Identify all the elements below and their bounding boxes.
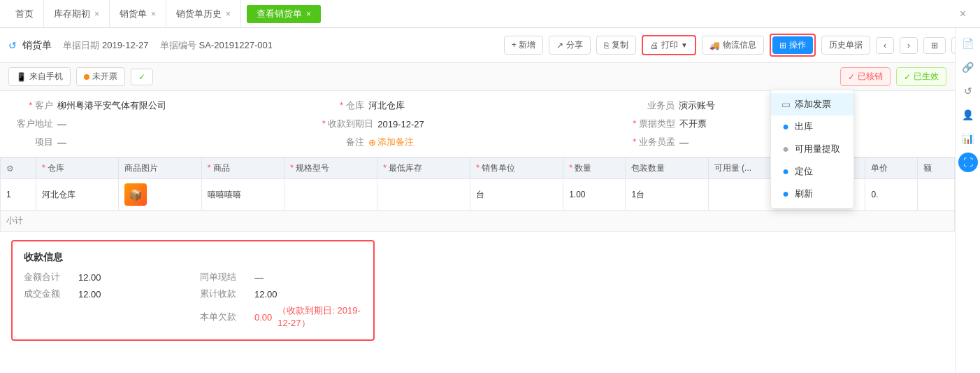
cell-image: 📦 xyxy=(119,179,201,211)
locate-item[interactable]: ● 定位 xyxy=(771,160,853,183)
qty-pickup-item[interactable]: ● 可用量提取 xyxy=(771,138,853,160)
col-min-stock: 最低库存 xyxy=(377,158,470,179)
prev-button[interactable]: ‹ xyxy=(876,37,894,54)
tab-sales-close[interactable]: × xyxy=(151,9,156,19)
total-amount-label: 金额合计 xyxy=(24,271,73,283)
tab-sales-history-close[interactable]: × xyxy=(226,9,231,19)
col-spec: 规格型号 xyxy=(284,158,377,179)
next-icon: › xyxy=(907,41,910,50)
note-row: 备注 ⊕ 添加备注 xyxy=(322,136,633,148)
owed-date: 2019-12-27 xyxy=(278,305,360,328)
qty-pickup-label: 可用量提取 xyxy=(795,143,840,155)
subtotal-row: 小计 xyxy=(1,211,955,232)
next-button[interactable]: › xyxy=(900,37,918,54)
tab-home[interactable]: 首页 xyxy=(6,0,44,27)
logistics-button-label: 物流信息 xyxy=(723,39,756,51)
operation-dropdown: ▭ 添加发票 ● 出库 ● 可用量提取 ● 定位 ● 刷新 xyxy=(770,90,854,209)
new-button[interactable]: + 新增 xyxy=(504,36,543,55)
tab-sales-history-label: 销货单历史 xyxy=(176,8,222,20)
gear-icon[interactable]: ⚙ xyxy=(6,164,14,174)
confirm-icon-button[interactable]: ✓ xyxy=(131,69,153,85)
cell-unit: 台 xyxy=(470,179,563,211)
sidebar-link-icon[interactable]: 🔗 xyxy=(958,57,978,77)
col-product: 商品 xyxy=(201,158,284,179)
refresh-item[interactable]: ● 刷新 xyxy=(771,183,853,205)
operation-button[interactable]: ⊞ 操作 xyxy=(772,36,813,54)
phone-icon: 📱 xyxy=(16,72,27,82)
tab-view-sales[interactable]: 查看销货单 × xyxy=(247,5,321,23)
tab-view-sales-close[interactable]: × xyxy=(306,9,311,19)
staff-label: 业务员 xyxy=(633,99,675,112)
add-invoice-label: 添加发票 xyxy=(795,98,831,111)
owed-row: 本单欠款 0.00 （收款到期日: 2019-12-27） xyxy=(200,304,362,330)
deal-amount-label: 成交金额 xyxy=(24,288,73,300)
project-label: 项目 xyxy=(11,136,53,148)
window-close-button[interactable]: × xyxy=(951,8,974,20)
sidebar-user-icon[interactable]: 👤 xyxy=(958,105,978,125)
sidebar-expand-icon[interactable]: ⛶ xyxy=(958,153,978,172)
col-image: 商品图片 xyxy=(119,158,201,179)
cancelled-label: 已核销 xyxy=(858,71,883,83)
new-button-label: + 新增 xyxy=(512,39,535,51)
logistics-button[interactable]: 🚚 物流信息 xyxy=(702,36,764,55)
tab-inventory[interactable]: 库存期初 × xyxy=(44,0,110,27)
payment-date-row: 收款到期日 2019-12-27 xyxy=(322,118,633,130)
sidebar-table-icon[interactable]: 📊 xyxy=(958,129,978,148)
doc-title-area: ↺ 销货单 xyxy=(8,39,52,52)
refresh-icon: ● xyxy=(781,189,791,199)
address-value: — xyxy=(57,119,66,129)
doc-date-value: 2019-12-27 xyxy=(102,40,149,50)
invoice-status-button[interactable]: 未开票 xyxy=(76,67,125,86)
cell-product: 嘻嘻嘻嘻 xyxy=(201,179,284,211)
doc-meta: 单据日期 2019-12-27 单据编号 SA-20191227-001 xyxy=(63,39,273,52)
customer-value: 柳州粤港平安气体有限公司 xyxy=(57,99,166,112)
col-unit-price: 单价 xyxy=(865,158,918,179)
sidebar-refresh-icon[interactable]: ↺ xyxy=(958,81,978,101)
copy-icon: ⎘ xyxy=(604,41,609,50)
invoice-status-label: 未开票 xyxy=(92,71,117,83)
add-invoice-item[interactable]: ▭ 添加发票 xyxy=(771,93,853,115)
settled-value: — xyxy=(254,272,264,283)
warehouse-row: 仓库 河北仓库 xyxy=(322,99,633,112)
history-button[interactable]: 历史单据 xyxy=(821,36,870,55)
col-gear: ⚙ xyxy=(1,158,36,179)
payment-date-label: 收款到期日 xyxy=(322,118,374,130)
grid-view-button[interactable]: ⊞ xyxy=(923,37,946,54)
cell-unit-price: 0. xyxy=(865,179,918,211)
doc-header: ↺ 销货单 单据日期 2019-12-27 单据编号 SA-20191227-0… xyxy=(0,28,980,63)
owed-label: 本单欠款 xyxy=(200,311,249,323)
cumulative-label: 累计收款 xyxy=(200,288,249,300)
outbound-label: 出库 xyxy=(795,120,813,133)
cell-warehouse: 河北仓库 xyxy=(36,179,119,211)
print-button[interactable]: 🖨 打印 ▼ xyxy=(642,35,696,55)
outbound-item[interactable]: ● 出库 xyxy=(771,115,853,138)
add-note-button[interactable]: ⊕ 添加备注 xyxy=(368,136,414,148)
doc-date-item: 单据日期 2019-12-27 xyxy=(63,39,149,52)
share-button[interactable]: ↗ 分享 xyxy=(549,36,591,55)
cancelled-badge: ✓ 已核销 xyxy=(840,67,891,86)
add-note-icon: ⊕ xyxy=(368,137,376,148)
customer-row: 客户 柳州粤港平安气体有限公司 xyxy=(11,99,322,112)
tab-inventory-close[interactable]: × xyxy=(94,9,99,19)
tab-bar: 首页 库存期初 × 销货单 × 销货单历史 × 查看销货单 × × xyxy=(0,0,980,28)
outbound-icon: ● xyxy=(781,122,791,132)
copy-button[interactable]: ⎘ 复制 xyxy=(596,36,636,55)
invoice-dot-icon xyxy=(84,74,89,80)
tab-sales-history[interactable]: 销货单历史 × xyxy=(166,0,241,27)
customer-label: 客户 xyxy=(11,99,53,112)
payment-left-col: 金额合计 12.00 成交金额 12.00 xyxy=(24,271,186,330)
sidebar-doc-icon[interactable]: 📄 xyxy=(958,34,978,53)
share-button-label: 分享 xyxy=(566,39,583,51)
print-dropdown-icon: ▼ xyxy=(681,41,688,49)
col-warehouse: 仓库 xyxy=(36,158,119,179)
col-qty: 数量 xyxy=(563,158,626,179)
cumulative-row: 累计收款 12.00 xyxy=(200,288,362,300)
from-phone-button[interactable]: 📱 来自手机 xyxy=(8,67,71,86)
col-unit: 销售单位 xyxy=(470,158,563,179)
address-row: 客户地址 — xyxy=(11,118,322,130)
address-label: 客户地址 xyxy=(11,118,53,130)
payment-info: 收款信息 金额合计 12.00 成交金额 12.00 同单现结 — xyxy=(11,240,375,341)
locate-label: 定位 xyxy=(795,165,813,178)
tab-sales[interactable]: 销货单 × xyxy=(110,0,166,27)
cumulative-value: 12.00 xyxy=(254,289,278,300)
